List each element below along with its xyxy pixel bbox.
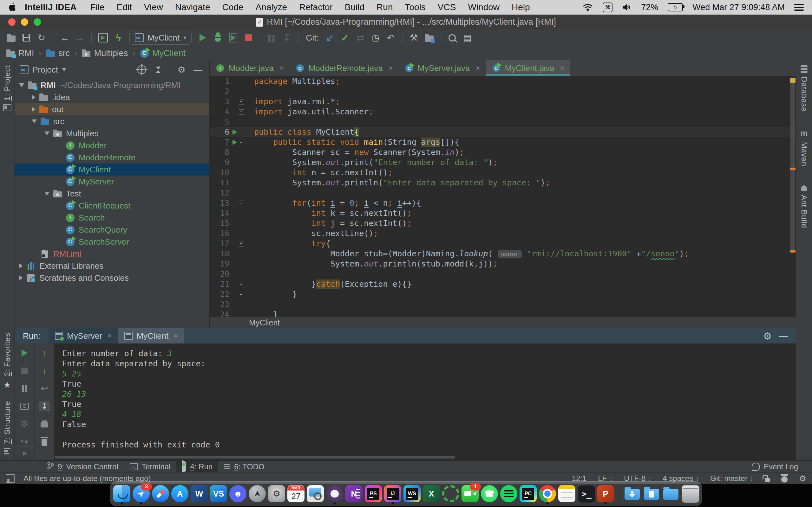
menu-item-vcs[interactable]: VCS xyxy=(432,2,462,12)
dock-app-terminal[interactable]: >_ xyxy=(577,485,595,502)
dock-app-spotify[interactable] xyxy=(500,485,517,502)
build-icon[interactable]: ϟ xyxy=(112,31,125,44)
debug-icon[interactable] xyxy=(211,31,224,44)
menu-item-build[interactable]: Build xyxy=(339,2,370,12)
chevron-down-icon[interactable] xyxy=(62,68,66,71)
menu-item-help[interactable]: Help xyxy=(506,2,536,12)
battery-icon[interactable]: ϟ xyxy=(668,3,683,11)
tree-item-rmi-iml[interactable]: RMI.iml xyxy=(14,248,209,260)
run-tab-myclient[interactable]: MyClient× xyxy=(118,328,184,343)
forward-icon[interactable]: → xyxy=(73,31,87,44)
tree-collapse-arrow[interactable] xyxy=(19,83,24,87)
dock-app-safari[interactable] xyxy=(152,485,169,502)
search-everywhere-icon[interactable] xyxy=(446,31,459,44)
sidebar-item-database[interactable]: Database xyxy=(796,65,812,112)
editor-scrollbar[interactable] xyxy=(791,80,795,253)
tree-collapse-arrow[interactable] xyxy=(44,131,49,135)
tree-collapse-arrow[interactable] xyxy=(32,119,37,123)
thread-dump-icon[interactable] xyxy=(19,401,30,411)
tree-item-rmi[interactable]: RMI~/Codes/Java-Programming/RMI xyxy=(14,79,209,91)
dock-app-preview[interactable] xyxy=(307,485,324,502)
menu-item-refactor[interactable]: Refactor xyxy=(293,2,339,12)
vcs-diff-icon[interactable]: ⇄ xyxy=(354,31,367,44)
run-config-selector[interactable]: MyClient▾ xyxy=(130,31,192,45)
up-stack-trace-icon[interactable]: ↑ xyxy=(39,348,50,358)
dock-app-downloads-folder[interactable] xyxy=(623,485,641,502)
dock-app-pycharm[interactable]: PC xyxy=(519,485,537,502)
stripe-mark-top[interactable] xyxy=(790,78,796,83)
fold-marker-icon[interactable] xyxy=(239,109,244,115)
tree-expand-arrow[interactable] xyxy=(32,95,36,100)
toolwindow-button-9-version-control[interactable]: 9: Version Control xyxy=(41,461,124,472)
restore-layout-icon[interactable]: ↪ xyxy=(19,437,30,447)
menu-item-navigate[interactable]: Navigate xyxy=(169,2,216,12)
dock-app-phpstorm[interactable]: PS xyxy=(365,485,382,502)
close-window-button[interactable] xyxy=(8,18,15,26)
tree-item-myclient[interactable]: CMyClient xyxy=(14,164,209,176)
run-settings-gear-icon[interactable]: ⚙ xyxy=(763,331,772,342)
dock-app-google-chrome[interactable] xyxy=(539,485,556,502)
dock-app-rocket-app[interactable]: ➤ xyxy=(249,485,266,502)
tree-item-myserver[interactable]: CMyServer xyxy=(14,176,209,187)
dock-app-calendar[interactable]: MAR27 xyxy=(287,485,305,502)
tree-expand-arrow[interactable] xyxy=(19,275,23,280)
tree-item-searchserver[interactable]: CSearchServer xyxy=(14,236,209,248)
menu-item-edit[interactable]: Edit xyxy=(111,2,138,12)
menu-item-tools[interactable]: Tools xyxy=(399,2,432,12)
close-icon[interactable]: × xyxy=(389,64,393,72)
fold-marker-icon[interactable] xyxy=(239,282,244,287)
tree-item--idea[interactable]: .idea xyxy=(14,91,209,103)
back-icon[interactable]: ← xyxy=(58,31,71,44)
clear-console-icon[interactable] xyxy=(39,437,50,447)
breadcrumb-item-myclient[interactable]: CMyClient xyxy=(140,49,186,58)
profiler-icon[interactable]: ▥ xyxy=(265,31,278,44)
sync-icon[interactable]: ↻ xyxy=(35,31,48,44)
run-gutter-icon[interactable] xyxy=(233,140,237,145)
stripe-mark-typo[interactable] xyxy=(790,250,796,252)
print-icon[interactable] xyxy=(39,419,50,429)
apple-menu-icon[interactable] xyxy=(8,3,16,12)
sidebar-item-favorites[interactable]: 2: Favorites ★ xyxy=(0,333,14,390)
hide-run-panel-icon[interactable]: — xyxy=(779,331,788,341)
breadcrumb-item-src[interactable]: src xyxy=(46,49,70,58)
menu-item-window[interactable]: Window xyxy=(462,2,506,12)
fold-marker-icon[interactable] xyxy=(239,201,244,206)
hide-panel-icon[interactable]: — xyxy=(192,63,204,76)
wifi-icon[interactable] xyxy=(582,3,593,11)
menu-app-name[interactable]: IntelliJ IDEA xyxy=(25,2,77,12)
view-options-icon[interactable]: ▤ xyxy=(461,31,474,44)
dock-app-notes[interactable] xyxy=(558,485,575,502)
menu-item-analyze[interactable]: Analyze xyxy=(249,2,293,12)
down-stack-trace-icon[interactable]: ↓ xyxy=(39,366,50,376)
editor-tab-modderremote.java[interactable]: CModderRemote.java× xyxy=(290,60,399,76)
console-output[interactable]: Enter number of data: 3Enter data separa… xyxy=(55,343,796,460)
dock-app-app-store[interactable]: A xyxy=(171,485,189,502)
collapse-all-icon[interactable] xyxy=(152,63,165,76)
tree-item-multiples[interactable]: Multiples xyxy=(14,127,209,139)
inspections-hector-icon[interactable] xyxy=(781,476,788,483)
run-tab-myserver[interactable]: MyServer× xyxy=(49,328,118,343)
dock-app-vs-code[interactable]: VS xyxy=(210,485,227,502)
tree-expand-arrow[interactable] xyxy=(32,107,36,112)
vcs-commit-icon[interactable]: ✓ xyxy=(339,31,352,44)
menu-clock[interactable]: Wed Mar 27 9:09:48 AM xyxy=(693,3,785,12)
dock-app-powerpoint[interactable]: P xyxy=(597,485,614,502)
sidebar-item-structure[interactable]: 7: Structure xyxy=(0,401,14,454)
menu-list-icon[interactable] xyxy=(794,4,804,11)
event-log-button[interactable]: Event Log xyxy=(752,462,806,471)
dock-app-documents-folder[interactable] xyxy=(643,485,660,502)
horizontal-scrollbar[interactable] xyxy=(55,456,455,458)
toolwindow-switcher-icon[interactable] xyxy=(6,474,14,483)
editor-tab-myserver.java[interactable]: CMyServer.java× xyxy=(399,60,486,76)
dock-app-folder[interactable] xyxy=(662,485,679,502)
dock-app-microsoft-excel[interactable]: X xyxy=(423,485,440,502)
tree-item-modder[interactable]: IModder xyxy=(14,139,209,152)
dock-app-green-ring-app[interactable] xyxy=(442,485,459,502)
sidebar-item-ant-build[interactable]: Ant Build xyxy=(796,185,812,228)
dock-app-facetime[interactable]: 1 xyxy=(461,485,478,502)
vcs-update-icon[interactable]: ↙ xyxy=(323,31,337,44)
volume-icon[interactable] xyxy=(622,3,631,11)
vcs-history-icon[interactable]: ◷ xyxy=(369,31,382,44)
gear-question-icon[interactable]: ⚙ xyxy=(799,474,806,484)
fold-marker-icon[interactable] xyxy=(239,292,244,297)
